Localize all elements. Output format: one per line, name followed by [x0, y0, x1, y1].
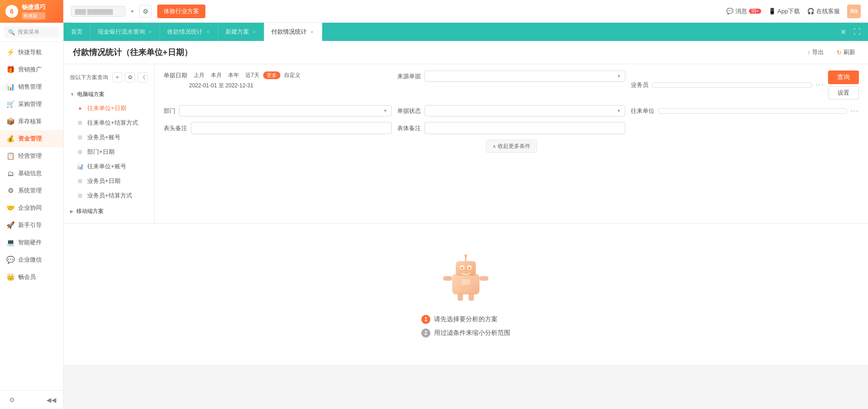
sidebar-item-sales[interactable]: 📊 销售管理 [0, 78, 63, 96]
sidebar-item-basic[interactable]: 🗂 基础信息 [0, 165, 63, 182]
sidebar-item-marketing[interactable]: 🎁 营销推广 [0, 61, 63, 78]
scheme-item-staff-settle[interactable]: ⊞ 业务员+结算方式 [64, 188, 154, 203]
sidebar-item-operation[interactable]: 📋 经营管理 [0, 147, 63, 165]
scheme-item-dept-date[interactable]: ⊞ 部门+日期 [64, 145, 154, 159]
empty-step-1: 1 请先选择要分析的方案 [421, 315, 510, 324]
scheme-collapse-btn[interactable]: 《 [138, 72, 148, 82]
header-note-input[interactable] [191, 122, 392, 134]
sidebar-item-weixin[interactable]: 💬 企业微信 [0, 251, 63, 268]
query-btn[interactable]: 查询 [828, 71, 859, 84]
sidebar-item-guide[interactable]: 🚀 新手引导 [0, 217, 63, 234]
scheme-item-partner-settle[interactable]: ⊞ 往来单位+结算方式 [64, 116, 154, 130]
date-7days-btn[interactable]: 近7天 [243, 71, 262, 80]
desktop-scheme-title[interactable]: ▼ 电脑端方案 [64, 88, 154, 101]
dept-select[interactable]: ▾ [179, 105, 392, 116]
mobile-scheme-title[interactable]: ▶ 移动端方案 [64, 205, 154, 218]
export-btn[interactable]: ↑ 导出 [804, 46, 828, 58]
tab-home[interactable]: 首页 [64, 23, 90, 41]
export-label: 导出 [812, 48, 824, 56]
sidebar-item-quick-nav[interactable]: ⚡ 快捷导航 [0, 44, 63, 61]
sidebar-item-stock[interactable]: 📦 库存核算 [0, 113, 63, 130]
filter-settings-btn[interactable]: 设置 [828, 86, 859, 100]
settings-icon: ⚙ [128, 74, 133, 81]
add-scheme-btn[interactable]: + [112, 72, 122, 82]
header-settings-btn[interactable]: ⚙ [139, 5, 152, 18]
app-download-btn[interactable]: 📱 App下载 [768, 7, 800, 15]
sales-icon: 📊 [6, 83, 15, 91]
sidebar-search-area[interactable]: 🔍 搜索菜单 [0, 23, 63, 42]
tab-new-scheme[interactable]: 新建方案 × [218, 23, 264, 41]
tab-expand-btn[interactable]: ⛶ [852, 26, 863, 38]
tab-cash-flow-close[interactable]: × [148, 28, 152, 35]
online-service-btn[interactable]: 🎧 在线客服 [807, 7, 840, 15]
filter-row-2: 部门 ▾ 单据状态 ▾ [164, 105, 859, 116]
sidebar-item-label: 销售管理 [18, 83, 42, 91]
date-more-btn[interactable]: 更多 [263, 71, 280, 79]
scheme-table-icon: ⊞ [76, 119, 84, 126]
docstatus-select[interactable]: ▾ [424, 105, 625, 116]
mobile-scheme-label: 移动端方案 [76, 207, 104, 215]
sidebar-item-collab[interactable]: 🤝 企业协同 [0, 199, 63, 217]
staff-select[interactable] [652, 82, 812, 88]
body-note-label: 表体备注 [397, 124, 421, 132]
page-header: 付款情况统计（往来单位+日期） ↑ 导出 ↻ 刷新 [64, 41, 868, 64]
scheme-item-staff-date[interactable]: ⊞ 业务员+日期 [64, 174, 154, 188]
sidebar-item-label: 快捷导航 [18, 48, 42, 56]
filter-sidebar-header-left: 按以下方案查询 [70, 74, 108, 81]
sidebar-item-hardware[interactable]: 💻 智能硬件 [0, 234, 63, 251]
sidebar-item-finance[interactable]: 💰 资金管理 [0, 130, 63, 147]
search-menu-btn[interactable]: 🔍 搜索菜单 [5, 26, 59, 38]
logo-badge: 标准版 [22, 12, 45, 20]
empty-step-2-text: 用过滤条件来缩小分析范围 [434, 329, 510, 337]
tab-cash-flow[interactable]: 现金银行流水查询 × [90, 23, 160, 41]
user-avatar[interactable]: Rit [847, 5, 861, 18]
tab-receipt-stats[interactable]: 收款情况统计 × [160, 23, 218, 41]
system-icon: ⚙ [6, 187, 15, 195]
footer-collapse-btn[interactable]: ◀◀ [46, 394, 57, 405]
top-header: ▓▓▓ ▓▓▓▓▓▓▓ ▾ ⚙ 体验行业方案 💬 消息 99+ 📱 App下载 … [64, 0, 868, 23]
partner-select[interactable] [658, 108, 847, 114]
search-menu-label: 搜索菜单 [18, 28, 40, 36]
date-this-month-btn[interactable]: 本月 [208, 71, 224, 80]
experience-btn[interactable]: 体验行业方案 [157, 5, 205, 18]
messages-btn[interactable]: 💬 消息 99+ [726, 7, 761, 15]
svg-rect-8 [443, 276, 452, 281]
tab-payment-stats-close[interactable]: × [309, 28, 314, 35]
header-dropdown-btn[interactable]: ▾ [131, 8, 134, 15]
sidebar-item-system[interactable]: ⚙ 系统管理 [0, 182, 63, 199]
tab-payment-stats-label: 付款情况统计 [271, 28, 307, 36]
page-title: 付款情况统计（往来单位+日期） [73, 47, 192, 58]
staff-dots-btn[interactable]: ··· [816, 81, 824, 89]
footer-settings-btn[interactable]: ⚙ [6, 394, 17, 405]
scheme-settings-btn[interactable]: ⚙ [125, 72, 135, 82]
source-select[interactable]: ▾ [424, 71, 625, 82]
sidebar-item-member[interactable]: 👑 畅会员 [0, 268, 63, 286]
messages-badge: 99+ [749, 9, 761, 14]
date-last-month-btn[interactable]: 上月 [191, 71, 207, 80]
tab-close-btn[interactable]: ✕ [838, 26, 848, 38]
sidebar-item-purchase[interactable]: 🛒 采购管理 [0, 96, 63, 113]
scheme-item-partner-account[interactable]: 📊 往来单位+账号 [64, 159, 154, 174]
tab-payment-stats[interactable]: 付款情况统计 × [264, 23, 322, 41]
scheme-item-label: 往来单位+账号 [87, 162, 126, 171]
refresh-btn[interactable]: ↻ 刷新 [833, 46, 859, 58]
date-custom-btn[interactable]: 自定义 [281, 71, 303, 80]
scheme-item-partner-date[interactable]: ● 往来单位+日期 [64, 101, 154, 116]
sidebar-item-label: 新手引导 [18, 221, 42, 229]
body-note-input[interactable] [424, 122, 625, 134]
date-range-display: 2022-01-01 至 2022-12-31 [189, 82, 392, 90]
sidebar-logo: 6 畅捷通巧 标准版 [0, 0, 63, 23]
date-this-year-btn[interactable]: 本年 [225, 71, 242, 80]
svg-point-7 [464, 254, 467, 257]
dept-label: 部门 [164, 107, 175, 115]
main-content: ▓▓▓ ▓▓▓▓▓▓▓ ▾ ⚙ 体验行业方案 💬 消息 99+ 📱 App下载 … [64, 0, 868, 409]
app-icon: 📱 [768, 8, 776, 15]
tab-bar: 首页 现金银行流水查询 × 收款情况统计 × 新建方案 × 付款情况统计 × ✕… [64, 23, 868, 41]
collapse-conditions-btn[interactable]: ∧ 收起更多条件 [486, 140, 537, 153]
scheme-item-staff-account[interactable]: ⊞ 业务员+账号 [64, 130, 154, 145]
tab-new-scheme-close[interactable]: × [252, 28, 256, 35]
purchase-icon: 🛒 [6, 100, 15, 108]
partner-dots-btn[interactable]: ··· [850, 107, 859, 115]
sidebar-item-label: 库存核算 [18, 117, 42, 126]
tab-receipt-stats-close[interactable]: × [205, 28, 210, 35]
